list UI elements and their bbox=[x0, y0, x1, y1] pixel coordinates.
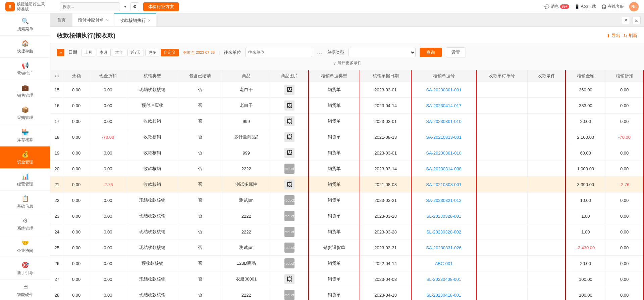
cell-cancel-bill-no[interactable]: SA-20230301-001 bbox=[411, 82, 476, 98]
tab-home[interactable]: 首页 bbox=[50, 13, 72, 27]
cell-cancel-bill-type: 销货单 bbox=[309, 287, 360, 300]
cell-balance: 0.00 bbox=[64, 161, 89, 177]
date-7days-btn[interactable]: 近7天 bbox=[127, 49, 144, 56]
online-service-btn[interactable]: 🎧 在线客服 bbox=[601, 4, 624, 9]
date-last-month-btn[interactable]: 上月 bbox=[81, 49, 95, 56]
cell-cash-discount: 0.00 bbox=[89, 82, 127, 98]
bill-no-link[interactable]: SA-20210808-001 bbox=[426, 182, 462, 187]
bill-no-link[interactable]: SA-20230321-012 bbox=[426, 198, 462, 203]
cell-cancel-type: 预收款核销 bbox=[127, 256, 178, 271]
cell-receipt-condition bbox=[527, 192, 566, 208]
bill-no-link[interactable]: SA-20230301-001 bbox=[426, 87, 462, 92]
cell-cancel-bill-no[interactable]: SA-20210813-001 bbox=[411, 129, 476, 145]
cell-cancel-bill-no[interactable]: SL-20230328-002 bbox=[411, 224, 476, 240]
export-btn[interactable]: ⬆ 导出 bbox=[606, 33, 620, 39]
query-btn[interactable]: 查询 bbox=[420, 48, 442, 57]
cell-cancel-bill-no[interactable]: SL-20230408-001 bbox=[411, 271, 476, 287]
col-settings[interactable]: ⚙ bbox=[50, 70, 64, 82]
sidebar-item-purchase[interactable]: 📦采购管理 bbox=[0, 102, 50, 124]
cell-cancel-discount: 0.00 bbox=[605, 224, 644, 240]
guide-icon: 🎯 bbox=[21, 261, 29, 269]
settings-button[interactable]: ⚙ bbox=[130, 2, 139, 11]
filter-collapse-btn[interactable]: » bbox=[57, 49, 64, 56]
sidebar-item-sales[interactable]: 💼销售管理 bbox=[0, 80, 50, 102]
cell-receipt-condition bbox=[527, 271, 566, 287]
tab-close-prepay[interactable]: × bbox=[106, 17, 109, 23]
date-this-year-btn[interactable]: 本年 bbox=[112, 49, 126, 56]
sidebar-item-smart-hw[interactable]: 🖥智能硬件 bbox=[0, 280, 50, 300]
sidebar-item-inventory[interactable]: 🏪库存核算 bbox=[0, 124, 50, 146]
cell-num: 24 bbox=[50, 224, 64, 240]
sidebar-item-enterprise[interactable]: 🤝企业协同 bbox=[0, 235, 50, 257]
bill-no-link[interactable]: SL-20230328-002 bbox=[426, 229, 461, 234]
search-input[interactable] bbox=[60, 2, 120, 11]
cell-cancel-bill-no[interactable]: SA-20230301-010 bbox=[411, 145, 476, 161]
bill-no-link[interactable]: ABC-001 bbox=[435, 261, 453, 266]
content-area: 首页 预付冲应付单 × 收款核销执行 × ✕ ⊡ 收款核销执行(按收款) bbox=[50, 13, 644, 300]
cell-cancel-bill-no[interactable]: SA-20230321-012 bbox=[411, 192, 476, 208]
sidebar-item-guide[interactable]: 🎯新手引导 bbox=[0, 257, 50, 280]
bill-no-link[interactable]: SA-20210813-001 bbox=[426, 135, 462, 140]
cell-cancel-discount: 0.00 bbox=[605, 271, 644, 287]
sidebar-item-finance[interactable]: 💰资金管理 bbox=[0, 146, 50, 169]
from-unit-input[interactable] bbox=[245, 48, 312, 57]
dropdown-icon[interactable]: ▾ bbox=[124, 4, 126, 9]
cell-balance: 0.00 bbox=[64, 129, 89, 145]
date-this-month-btn[interactable]: 本月 bbox=[97, 49, 111, 56]
user-avatar[interactable]: Rit bbox=[629, 2, 639, 11]
sidebar-item-base-info[interactable]: 📋基础信息 bbox=[0, 191, 50, 213]
cell-cancel-bill-type: 销货单 bbox=[309, 177, 360, 192]
cell-goods-img: product1 bbox=[270, 224, 309, 240]
bill-no-link[interactable]: SA-20230314-008 bbox=[426, 166, 462, 171]
app-download-btn[interactable]: 📱 App下载 bbox=[575, 4, 596, 9]
date-more-btn[interactable]: 更多 bbox=[145, 49, 159, 56]
cell-goods-img: 🖼 bbox=[270, 177, 309, 192]
bill-type-select[interactable] bbox=[348, 48, 416, 57]
tab-collection[interactable]: 收款核销执行 × bbox=[114, 13, 156, 27]
bill-no-link[interactable]: SA-20230301-010 bbox=[426, 119, 462, 124]
cell-cancel-bill-no[interactable]: SL-20230328-001 bbox=[411, 208, 476, 224]
sidebar-label-operations: 经营管理 bbox=[17, 181, 33, 187]
tab-expand-btn[interactable]: ⊡ bbox=[633, 16, 641, 24]
bill-no-link[interactable]: SA-20230331-026 bbox=[426, 245, 462, 250]
base-info-icon: 📋 bbox=[21, 195, 29, 202]
cell-goods-img: 🖼 bbox=[270, 82, 309, 98]
tab-prepay[interactable]: 预付冲应付单 × bbox=[72, 13, 114, 27]
sidebar-item-operations[interactable]: 📊经营管理 bbox=[0, 169, 50, 191]
filter-settings-btn[interactable]: 设置 bbox=[446, 47, 466, 57]
logo-icon: 6 bbox=[5, 2, 15, 11]
cell-cancel-bill-no[interactable]: ABC-001 bbox=[411, 256, 476, 271]
cell-cancel-bill-no[interactable]: SA-20230331-026 bbox=[411, 240, 476, 256]
cell-cancel-amount: 1,000.00 bbox=[566, 161, 605, 177]
sidebar-item-marketing[interactable]: 📢营销推广 bbox=[0, 58, 50, 80]
cell-cancel-bill-no[interactable]: SA-20230314-008 bbox=[411, 161, 476, 177]
refresh-btn[interactable]: ↻ 刷新 bbox=[624, 33, 637, 39]
cell-cancel-bill-no[interactable]: SA-20230301-010 bbox=[411, 114, 476, 129]
industry-btn[interactable]: 体验行业方案 bbox=[143, 2, 179, 11]
cell-cancel-bill-no[interactable]: SA-20210808-001 bbox=[411, 177, 476, 192]
bill-no-link[interactable]: SA-20230301-010 bbox=[426, 151, 462, 156]
bill-no-link[interactable]: SL-20230328-001 bbox=[426, 214, 461, 219]
bill-no-link[interactable]: SL-20230418-001 bbox=[426, 293, 461, 298]
messages-btn[interactable]: 💬 消息 99+ bbox=[544, 4, 569, 9]
cell-included-settled: 否 bbox=[178, 82, 222, 98]
top-bar-center: ▾ ⚙ 体验行业方案 bbox=[60, 2, 540, 11]
cell-goods: 测试多属性 bbox=[222, 177, 270, 192]
tab-close-collection[interactable]: × bbox=[148, 18, 151, 23]
bill-no-link[interactable]: SL-20230408-001 bbox=[426, 277, 461, 282]
date-custom-btn[interactable]: 自定义 bbox=[161, 49, 179, 56]
cell-cancel-bill-no[interactable]: SL-20230418-001 bbox=[411, 287, 476, 300]
expand-more-btn[interactable]: ∨ 展开更多条件 bbox=[333, 60, 362, 66]
cell-receipt-condition bbox=[527, 82, 566, 98]
tab-close-btn[interactable]: ✕ bbox=[622, 16, 630, 24]
cell-cash-discount: 0.00 bbox=[89, 192, 127, 208]
cell-cancel-bill-no[interactable]: SA-20230414-017 bbox=[411, 98, 476, 114]
sidebar-item-quick-nav[interactable]: 🏠快捷导航 bbox=[0, 36, 50, 58]
cell-num: 22 bbox=[50, 192, 64, 208]
enterprise-icon: 🤝 bbox=[21, 239, 29, 247]
gear-icon: ⚙ bbox=[133, 4, 137, 9]
smart-hw-icon: 🖥 bbox=[22, 284, 28, 291]
bill-no-link[interactable]: SA-20230414-017 bbox=[426, 103, 462, 108]
sidebar-item-system[interactable]: ⚙系统管理 bbox=[0, 213, 50, 235]
sidebar-item-search[interactable]: 🔍搜索菜单 bbox=[0, 13, 50, 36]
